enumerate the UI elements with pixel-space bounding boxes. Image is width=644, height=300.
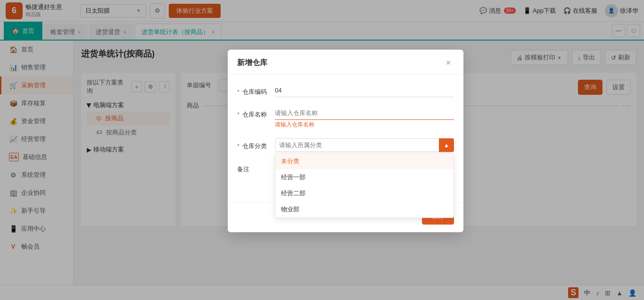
dropdown-item-ops1[interactable]: 经营一部 — [275, 169, 454, 185]
category-input[interactable] — [275, 138, 454, 152]
code-field-content — [275, 84, 454, 97]
code-required: * — [237, 88, 239, 95]
modal-field-name: * 仓库名称 请输入仓库名称 — [237, 107, 454, 129]
note-field-label: 备注 — [237, 161, 275, 174]
code-input[interactable] — [275, 84, 454, 97]
modal-header: 新增仓库 × — [228, 50, 463, 75]
dropdown-item-property[interactable]: 物业部 — [275, 201, 454, 217]
modal-close-button[interactable]: × — [443, 57, 454, 68]
close-icon: × — [446, 58, 451, 68]
category-dropdown-list: 未分类 经营一部 经营二部 物业部 — [275, 153, 454, 218]
modal-field-code: * 仓库编码 — [237, 84, 454, 97]
category-required: * — [237, 142, 239, 150]
category-field-label: * 仓库分类 — [237, 138, 275, 150]
category-field-content: ▲ 未分类 经营一部 经营二部 物业部 — [275, 138, 454, 152]
dropdown-item-ops2[interactable]: 经营二部 — [275, 185, 454, 201]
modal-title: 新增仓库 — [237, 58, 267, 68]
dropdown-item-uncategorized[interactable]: 未分类 — [275, 153, 454, 169]
new-warehouse-modal: 新增仓库 × * 仓库编码 * 仓库名称 请输入仓库名称 — [228, 50, 463, 232]
name-field-content: 请输入仓库名称 — [275, 107, 454, 129]
name-input[interactable] — [275, 107, 454, 120]
modal-body: * 仓库编码 * 仓库名称 请输入仓库名称 * 仓库分类 — [228, 75, 463, 202]
category-dropdown-btn[interactable]: ▲ — [439, 138, 454, 152]
code-field-label: * 仓库编码 — [237, 84, 275, 96]
modal-field-category: * 仓库分类 ▲ 未分类 经营一部 — [237, 138, 454, 152]
name-required: * — [237, 111, 239, 118]
name-error-msg: 请输入仓库名称 — [275, 121, 454, 129]
category-select-wrapper: ▲ — [275, 138, 454, 152]
name-field-label: * 仓库名称 — [237, 107, 275, 119]
chevron-up-icon: ▲ — [444, 142, 449, 149]
